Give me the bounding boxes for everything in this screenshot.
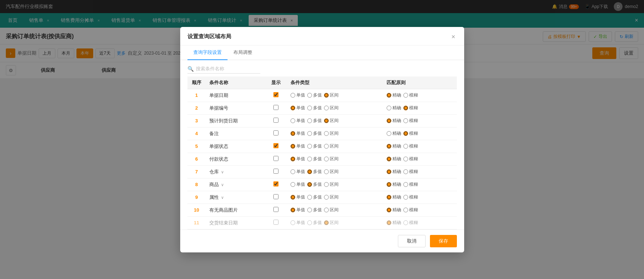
tab-layout-adjust[interactable]: 布局调整	[228, 46, 258, 60]
col-type: 条件类型	[287, 76, 383, 79]
dialog-search-area: 🔍	[180, 60, 464, 76]
col-match: 匹配原则	[383, 76, 457, 79]
settings-dialog: 设置查询区域布局 × 查询字段设置 布局调整 🔍 顺序 条件名称 显示	[180, 27, 464, 79]
dialog-title: 设置查询区域布局	[187, 33, 231, 40]
tab-query-fields[interactable]: 查询字段设置	[187, 46, 228, 60]
search-input[interactable]	[196, 66, 254, 71]
dialog-table-wrap: 顺序 条件名称 显示 条件类型 匹配原则 1单据日期单值多值区间精确模糊2单据编…	[180, 76, 464, 79]
dialog-header: 设置查询区域布局 ×	[180, 27, 464, 46]
col-name: 条件名称	[206, 76, 265, 79]
modal-overlay: 设置查询区域布局 × 查询字段设置 布局调整 🔍 顺序 条件名称 显示	[0, 0, 644, 78]
search-icon: 🔍	[187, 66, 194, 72]
col-display: 显示	[265, 76, 287, 79]
search-wrap: 🔍	[187, 64, 260, 74]
dialog-tabs: 查询字段设置 布局调整	[180, 46, 464, 60]
dialog-close-button[interactable]: ×	[450, 33, 457, 41]
col-order: 顺序	[187, 76, 206, 79]
fields-table: 顺序 条件名称 显示 条件类型 匹配原则 1单据日期单值多值区间精确模糊2单据编…	[187, 76, 457, 79]
table-header-row: 顺序 条件名称 显示 条件类型 匹配原则	[187, 76, 457, 79]
